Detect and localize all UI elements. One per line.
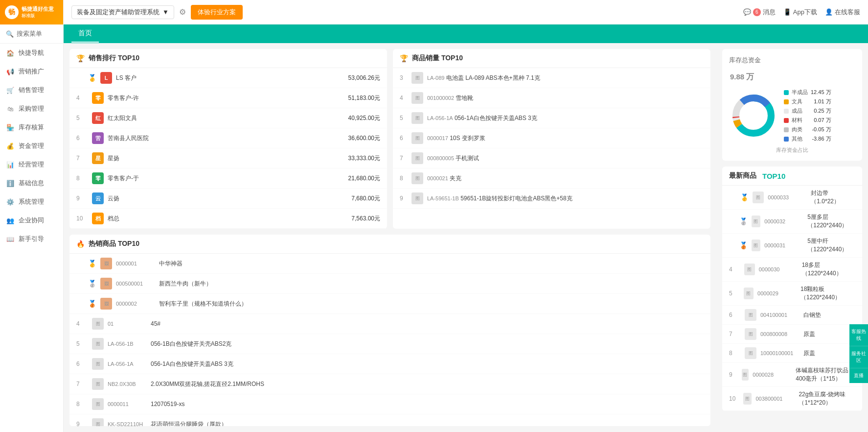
product-sales-rank-item: 3 图 LA-089 电池盖 LA-089 ABS本色+黑种 7.1克 [393,68,710,88]
hot-product-item: 🥉 🖼 0000002 智利车子里（规格不知道填什么） [69,294,710,314]
product-name: 056-1B白色按键开关壳ABS2克 [151,340,231,348]
product-thumbnail: 图 [411,112,423,124]
page-nav: 首页 [64,24,868,43]
settings-icon[interactable]: ⚙ [179,7,186,17]
product-thumbnail: 🖼 [100,278,112,289]
newest-products-list: 🥇 图 0000033 封边带（1.0*22） 🥈 图 0000032 5厘多层… [722,186,862,411]
product-thumbnail: 图 [411,132,423,144]
legend-item: 文具 1.01 万 [784,98,831,105]
legend-label: 肉类 [792,126,809,133]
customer-amount: 53,006.26元 [348,74,380,82]
home-tab[interactable]: 首页 [71,25,99,43]
customer-avatar: 零 [92,172,104,184]
product-info: 0000021 夹克 [427,174,704,183]
online-service-button[interactable]: 👤 在线客服 [825,8,860,17]
rank-number: 5 [729,290,736,297]
sidebar-item-marketing[interactable]: 📢 营销推广 [0,62,63,81]
float-button[interactable]: 服务社区 [849,346,868,368]
rank-number: 6 [76,360,84,367]
product-thumbnail: 图 [92,338,104,350]
legend-label: 成品 [792,107,811,115]
product-name: 封边带（1.0*22） [811,189,855,206]
products-trophy-icon: 🏆 [400,54,408,62]
legend-dot [784,127,789,132]
float-button[interactable]: 客服热线 [849,324,868,346]
product-info: LA-089 电池盖 LA-089 ABS本色+黑种 7.1克 [427,74,704,82]
newest-product-item: 8 图 10000100001 原盖 [722,344,862,363]
legend-value: 0.07 万 [814,117,831,124]
product-name: 59651-1B旋转投影灯电池盒ABS黑色+58克 [460,195,572,202]
system-selector[interactable]: 装备及固定资产辅助管理系统 ▼ [71,5,174,19]
home-icon: 🏠 [6,48,15,57]
app-download-button[interactable]: 📱 App下载 [783,8,817,17]
rank-number: 4 [400,95,408,101]
legend-label: 半成品 [792,89,808,96]
legend-item: 半成品 12.45 万 [784,89,831,96]
product-thumbnail: 🖼 [100,258,112,269]
trophy-icon: 🏆 [76,54,85,62]
main-area: 装备及固定资产辅助管理系统 ▼ ⚙ 体验行业方案 💬 6 消息 📱 App下载 … [64,0,868,432]
product-info: 0000017 10S 变刹罗浆 [427,134,704,143]
info-icon: ℹ️ [6,179,15,188]
customers-panel-title: 销售排行 TOP10 [89,54,139,63]
sidebar-item-collab[interactable]: 👥 企业协同 [0,211,63,230]
hot-product-item: 6 图 LA-056-1A 056-1A白色按键开关盖ABS 3克 [69,354,710,374]
sidebar-item-operations[interactable]: 📊 经营管理 [0,155,63,174]
newest-panel: 最新商品 TOP10 🥇 图 0000033 封边带（1.0*22） 🥈 图 0… [722,167,862,411]
inventory-unit: 万 [746,72,754,81]
logo-icon: 畅 [5,5,19,19]
sidebar-item-finance[interactable]: 💰 资金管理 [0,137,63,155]
sidebar-item-inventory[interactable]: 🏪 库存核算 [0,118,63,137]
product-thumbnail: 图 [745,347,756,359]
sidebar-item-home[interactable]: 🏠 快捷导航 [0,44,63,62]
float-button[interactable]: 直播 [849,368,868,383]
sidebar-item-basics[interactable]: ℹ️ 基础信息 [0,174,63,192]
system-name: 装备及固定资产辅助管理系统 [77,8,160,17]
products-panel-title: 商品销量 TOP10 [412,54,463,63]
product-name: 22g鱼豆腐-烧烤味（1*12*20） [799,390,855,407]
message-button[interactable]: 💬 6 消息 [743,8,776,17]
topbar-right: 💬 6 消息 📱 App下载 👤 在线客服 [743,8,860,17]
product-thumbnail: 图 [92,358,104,370]
product-code: NB2.0X30B [108,381,147,387]
sidebar-item-sales[interactable]: 🛒 销售管理 [0,81,63,99]
phone-icon: 📱 [783,8,791,16]
trial-button[interactable]: 体验行业方案 [191,5,243,20]
sidebar-item-system[interactable]: ⚙️ 系统管理 [0,192,63,211]
inventory-amount: 9.88万 [729,68,855,83]
sidebar-item-guide[interactable]: 📖 新手引导 [0,230,63,248]
product-name: 智利车子里（规格不知道填什么） [159,300,247,308]
product-thumbnail: 图 [745,328,756,340]
bag-icon: 🛍 [6,104,15,113]
product-thumbnail: 图 [411,172,423,184]
product-code: 0000001 [116,261,155,266]
customer-amount: 40,925.00元 [348,114,380,122]
customer-name: 云扬 [108,194,347,203]
product-thumbnail: 图 [411,192,423,204]
product-sales-rank-item: 6 图 0000017 10S 变刹罗浆 [393,128,710,148]
search-label: 搜索菜单 [17,29,42,38]
customer-rank-item: 7 星 星扬 33,333.00元 [69,148,387,168]
customer-name: 零售客户-许 [108,94,344,102]
product-code: LA-056-1B [108,341,147,347]
legend-dot [784,99,789,104]
sidebar-item-purchase[interactable]: 🛍 采购管理 [0,99,63,118]
search-menu[interactable]: 🔍 搜索菜单 [0,24,63,44]
rank-number: 7 [729,331,737,337]
rank-medal: 🥉 [88,300,96,308]
rank-medal: 🥇 [740,193,749,201]
legend-label: 其他 [792,135,809,143]
customer-name: 档总 [108,215,347,223]
product-thumbnail: 图 [411,92,423,104]
product-thumbnail: 图 [92,318,104,330]
product-name: 45# [151,320,160,327]
product-code: 0000031 [764,242,803,248]
product-code: 0000032 [764,218,803,224]
content-area: 🏆 销售排行 TOP10 🥇 L LS 客户 53,006.26元 4 零 零售… [64,43,868,432]
legend-value: 12.45 万 [811,89,831,96]
customer-rank-item: 10 档 档总 7,563.00元 [69,209,387,229]
legend-label: 文具 [792,98,811,105]
product-thumbnail: 图 [92,398,104,410]
logo-title: 畅捷通好生意 [22,5,54,12]
product-sales-rank-item: 9 图 LA-59651-1B 59651-1B旋转投影灯电池盒ABS黑色+58… [393,189,710,209]
